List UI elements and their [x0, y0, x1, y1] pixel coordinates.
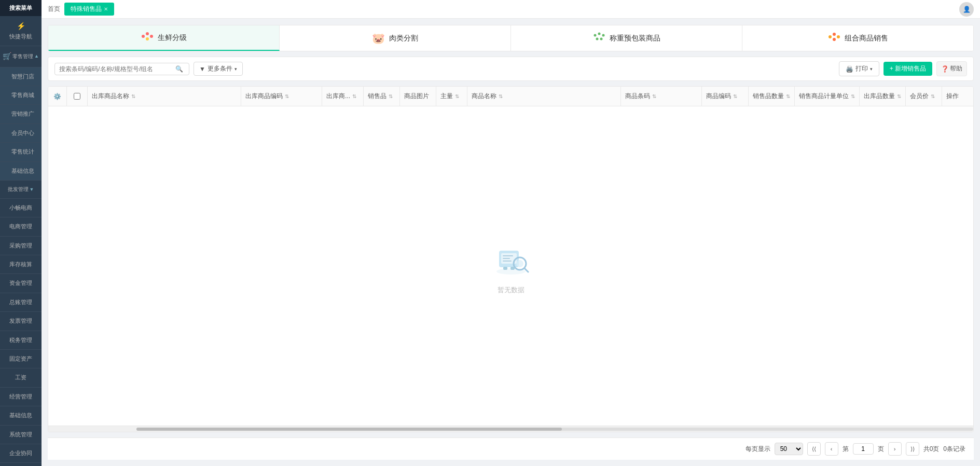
sort-icon[interactable]: ⇅: [352, 93, 356, 99]
add-sale-item-button[interactable]: + 新增销售品: [884, 62, 932, 76]
last-page-button[interactable]: ⟩⟩: [906, 442, 919, 456]
meat-cut-label: 肉类分割: [389, 34, 418, 43]
horizontal-scrollbar[interactable]: [48, 426, 973, 432]
sidebar-item-invoice-mgmt[interactable]: 发票管理: [0, 312, 42, 331]
sort-icon[interactable]: ⇅: [499, 93, 503, 99]
sidebar-item-inventory[interactable]: 库存核算: [0, 255, 42, 274]
toolbar-right: 🖨️ 打印 ▾ + 新增销售品 ❓ 帮助: [839, 61, 967, 76]
ops-mgmt-label: 经营管理: [9, 393, 32, 401]
select-all-checkbox[interactable]: [74, 93, 80, 100]
sidebar-item-retail-mgmt[interactable]: 🛒 零售管理 ▲: [0, 46, 42, 67]
sort-icon[interactable]: ⇅: [652, 93, 656, 99]
toolbar: 🔍 ▼ 更多条件 ▾ 🖨️ 打印 ▾ + 新增销售品 ❓ 帮助: [48, 57, 974, 81]
next-page-button[interactable]: ›: [888, 442, 902, 456]
search-box[interactable]: 🔍: [54, 63, 189, 75]
sort-icon[interactable]: ⇅: [931, 93, 935, 99]
cat-tab-combo-sale[interactable]: 组合商品销售: [742, 25, 973, 51]
sidebar-item-tax-mgmt[interactable]: 税务管理: [0, 331, 42, 350]
sidebar-item-quick-nav[interactable]: ⚡ 快捷导航: [0, 16, 42, 46]
tab-label: 特殊销售品: [71, 5, 102, 13]
th-settings[interactable]: ⚙️: [48, 87, 67, 106]
sidebar-item-enterprise[interactable]: 企业协同: [0, 444, 42, 463]
sort-icon[interactable]: ⇅: [897, 93, 901, 99]
breadcrumb-home[interactable]: 首页: [48, 5, 60, 13]
sidebar-item-basic-info[interactable]: 基础信息: [0, 162, 42, 181]
th-barcode: 商品条码 ⇅: [621, 87, 702, 106]
sort-icon[interactable]: ⇅: [389, 93, 393, 99]
sidebar-item-retail-mall[interactable]: 零售商城: [0, 86, 42, 105]
th-out-name: 出库商品名称 ⇅: [88, 87, 241, 106]
sidebar-item-purchase-mgmt[interactable]: 采购管理: [0, 237, 42, 255]
sort-icon[interactable]: ⇅: [285, 93, 289, 99]
cat-tab-meat-cut[interactable]: 🐷 肉类分割: [280, 25, 511, 51]
ecom-mgmt-label: 电商管理: [9, 223, 32, 230]
filter-button[interactable]: ▼ 更多条件 ▾: [194, 62, 243, 76]
sort-icon[interactable]: ⇅: [131, 93, 135, 99]
th-main: 主量 ⇅: [436, 87, 467, 106]
sidebar-item-fixed-assets[interactable]: 固定资产: [0, 350, 42, 368]
filter-icon: ▼: [199, 65, 205, 73]
retail-mall-label: 零售商城: [11, 91, 34, 99]
th-checkbox[interactable]: [67, 87, 88, 106]
first-page-icon: ⟨⟨: [812, 446, 816, 453]
weight-pack-label: 称重预包装商品: [610, 34, 660, 43]
quick-nav-icon: ⚡: [17, 21, 25, 32]
svg-point-7: [596, 38, 598, 40]
sidebar-item-salary[interactable]: 工资: [0, 368, 42, 387]
invoice-mgmt-label: 发票管理: [9, 317, 32, 325]
prev-page-icon: ‹: [831, 446, 833, 452]
svg-point-20: [516, 260, 523, 267]
active-tab[interactable]: 特殊销售品 ✕: [64, 3, 114, 16]
page-number-input[interactable]: [853, 443, 874, 455]
sort-icon[interactable]: ⇅: [455, 93, 459, 99]
fixed-assets-label: 固定资产: [9, 355, 32, 363]
sort-icon[interactable]: ⇅: [851, 93, 855, 99]
salary-label: 工资: [15, 374, 26, 381]
th-sale-item: 销售品 ⇅: [364, 87, 400, 106]
sort-icon[interactable]: ⇅: [786, 93, 790, 99]
sidebar-item-batch-mgmt[interactable]: 批发管理 ▼: [0, 181, 42, 199]
print-icon: 🖨️: [846, 65, 853, 73]
svg-point-1: [146, 32, 149, 35]
sidebar-item-sales-promo[interactable]: 营销推广: [0, 105, 42, 124]
user-avatar[interactable]: 👤: [959, 2, 974, 17]
sidebar-logo[interactable]: 搜索菜单: [0, 0, 42, 16]
sidebar-item-retail-stats[interactable]: 零售统计: [0, 143, 42, 161]
sidebar-item-ecom-mgmt[interactable]: 电商管理: [0, 217, 42, 236]
svg-point-5: [598, 33, 600, 35]
th-member-price: 会员价 ⇅: [906, 87, 942, 106]
sidebar-item-sys-mgmt[interactable]: 系统管理: [0, 426, 42, 444]
per-page-select[interactable]: 50 10 20 100: [775, 443, 803, 455]
next-page-icon: ›: [894, 446, 896, 452]
total-pages: 共0页: [923, 445, 940, 454]
empty-text: 暂无数据: [498, 285, 524, 295]
help-button[interactable]: ❓ 帮助: [936, 61, 967, 76]
svg-point-10: [833, 33, 836, 36]
first-page-button[interactable]: ⟨⟨: [807, 442, 821, 456]
sidebar-item-finance[interactable]: 资金管理: [0, 274, 42, 293]
svg-rect-22: [503, 267, 507, 270]
prev-page-button[interactable]: ‹: [825, 442, 838, 456]
search-input[interactable]: [59, 65, 173, 73]
enterprise-label: 企业协同: [9, 449, 32, 457]
finance-label: 资金管理: [9, 279, 32, 287]
svg-rect-23: [510, 267, 515, 270]
svg-point-0: [142, 35, 145, 38]
sidebar-item-new-guide[interactable]: 新手引导: [0, 463, 42, 466]
mini-ecom-label: 小畅电商: [9, 204, 32, 212]
category-tabs: 生鲜分级 🐷 肉类分割 称重预包装商品: [48, 25, 974, 51]
sort-icon[interactable]: ⇅: [733, 93, 737, 99]
sidebar-item-ledger[interactable]: 总账管理: [0, 293, 42, 312]
sidebar-item-basic-info2[interactable]: 基础信息: [0, 406, 42, 425]
main-area: 首页 特殊销售品 ✕ 👤 生鲜分级: [42, 0, 980, 466]
sidebar-item-smart-store[interactable]: 智慧门店: [0, 67, 42, 86]
top-right-controls: 👤: [959, 2, 974, 17]
cat-tab-fresh-grade[interactable]: 生鲜分级: [48, 25, 280, 51]
sidebar-item-ops-mgmt[interactable]: 经营管理: [0, 388, 42, 406]
sidebar-item-member-center[interactable]: 会员中心: [0, 124, 42, 143]
th-op: 操作: [942, 87, 973, 106]
print-button[interactable]: 🖨️ 打印 ▾: [839, 61, 879, 76]
cat-tab-weight-pack[interactable]: 称重预包装商品: [511, 25, 742, 51]
tab-close-icon[interactable]: ✕: [104, 6, 108, 12]
sidebar-item-mini-ecom[interactable]: 小畅电商: [0, 199, 42, 217]
